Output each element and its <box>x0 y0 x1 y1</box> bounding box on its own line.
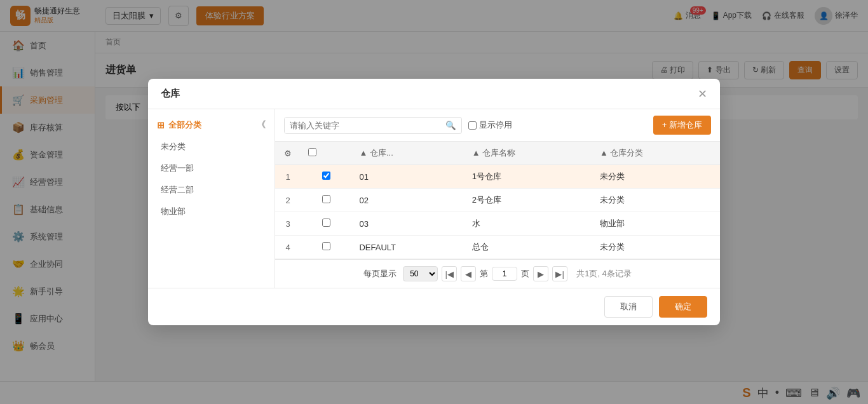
category-label-property: 物业部 <box>161 206 186 216</box>
category-label-dept1: 经营一部 <box>161 163 194 173</box>
table-row[interactable]: 1 01 1号仓库 未分类 <box>275 165 720 189</box>
per-page-select[interactable]: 50 100 <box>403 266 438 281</box>
row-id: 02 <box>351 189 464 212</box>
search-box: 🔍 <box>284 117 462 134</box>
show-disabled-label: 显示停用 <box>479 119 512 131</box>
row-name: 2号仓库 <box>465 189 592 212</box>
search-input[interactable] <box>285 118 440 133</box>
row-checkbox[interactable] <box>301 165 351 189</box>
data-table: ⚙ ▲ 仓库... ▲ 仓库名称 ▲ 仓库分类 1 01 1号仓库 未分类 2 <box>275 142 720 259</box>
row-num: 3 <box>275 212 301 236</box>
next-page-button[interactable]: ▶ <box>533 266 548 281</box>
th-checkbox <box>301 142 351 165</box>
th-id[interactable]: ▲ 仓库... <box>351 142 464 165</box>
row-num: 1 <box>275 165 301 189</box>
total-info: 共1页, 4条记录 <box>576 268 632 279</box>
table-panel: 🔍 显示停用 + 新增仓库 ⚙ <box>275 109 720 288</box>
row-category: 物业部 <box>592 212 720 236</box>
modal-body: ⊞ 全部分类 《 未分类 经营一部 经营二部 物业部 <box>148 109 720 288</box>
modal-overlay: 仓库 ✕ ⊞ 全部分类 《 未分类 经营一部 经营二部 <box>0 0 868 404</box>
prev-page-button[interactable]: ◀ <box>461 266 476 281</box>
th-settings: ⚙ <box>275 142 301 165</box>
row-name: 水 <box>465 212 592 236</box>
table-row[interactable]: 2 02 2号仓库 未分类 <box>275 189 720 212</box>
category-item-dept1[interactable]: 经营一部 <box>148 158 275 179</box>
select-all-checkbox[interactable] <box>308 148 316 156</box>
row-id: 01 <box>351 165 464 189</box>
search-button[interactable]: 🔍 <box>440 118 461 133</box>
row-num: 2 <box>275 189 301 212</box>
per-page-label: 每页显示 <box>363 268 397 279</box>
warehouse-table: ⚙ ▲ 仓库... ▲ 仓库名称 ▲ 仓库分类 1 01 1号仓库 未分类 2 <box>275 142 720 259</box>
row-checkbox[interactable] <box>301 236 351 259</box>
page-label: 第 <box>480 268 488 279</box>
row-num: 4 <box>275 236 301 259</box>
row-category: 未分类 <box>592 236 720 259</box>
category-label-dept2: 经营二部 <box>161 185 194 194</box>
confirm-button[interactable]: 确定 <box>659 296 707 318</box>
row-id: 03 <box>351 212 464 236</box>
grid-icon: ⊞ <box>157 120 165 130</box>
category-panel: ⊞ 全部分类 《 未分类 经营一部 经营二部 物业部 <box>148 109 275 288</box>
collapse-button[interactable]: 《 <box>257 119 266 131</box>
row-id: DEFAULT <box>351 236 464 259</box>
modal-header: 仓库 ✕ <box>148 79 720 109</box>
modal-close-button[interactable]: ✕ <box>698 88 707 100</box>
row-name: 1号仓库 <box>465 165 592 189</box>
warehouse-modal: 仓库 ✕ ⊞ 全部分类 《 未分类 经营一部 经营二部 <box>148 79 720 325</box>
page-suffix: 页 <box>521 268 529 279</box>
cancel-button[interactable]: 取消 <box>604 296 653 318</box>
category-item-property[interactable]: 物业部 <box>148 201 275 222</box>
first-page-button[interactable]: |◀ <box>442 266 457 281</box>
category-label-unclassified: 未分类 <box>161 142 186 151</box>
pagination: 每页显示 50 100 |◀ ◀ 第 页 ▶ ▶| 共1页, 4条记录 <box>275 259 720 288</box>
row-category: 未分类 <box>592 165 720 189</box>
row-checkbox[interactable] <box>301 189 351 212</box>
new-warehouse-button[interactable]: + 新增仓库 <box>653 116 711 135</box>
th-name[interactable]: ▲ 仓库名称 <box>465 142 592 165</box>
show-disabled-checkbox[interactable] <box>468 121 477 130</box>
modal-title: 仓库 <box>161 88 180 100</box>
row-checkbox[interactable] <box>301 212 351 236</box>
show-disabled-container: 显示停用 <box>468 119 512 131</box>
last-page-button[interactable]: ▶| <box>552 266 567 281</box>
category-all[interactable]: ⊞ 全部分类 《 <box>148 114 275 136</box>
page-number-input[interactable] <box>492 267 517 281</box>
table-row[interactable]: 4 DEFAULT 总仓 未分类 <box>275 236 720 259</box>
category-item-unclassified[interactable]: 未分类 <box>148 136 275 158</box>
row-name: 总仓 <box>465 236 592 259</box>
category-item-dept2[interactable]: 经营二部 <box>148 179 275 201</box>
table-row[interactable]: 3 03 水 物业部 <box>275 212 720 236</box>
th-category[interactable]: ▲ 仓库分类 <box>592 142 720 165</box>
table-toolbar: 🔍 显示停用 + 新增仓库 <box>275 109 720 142</box>
modal-footer: 取消 确定 <box>148 288 720 325</box>
category-all-label: 全部分类 <box>168 119 201 131</box>
row-category: 未分类 <box>592 189 720 212</box>
